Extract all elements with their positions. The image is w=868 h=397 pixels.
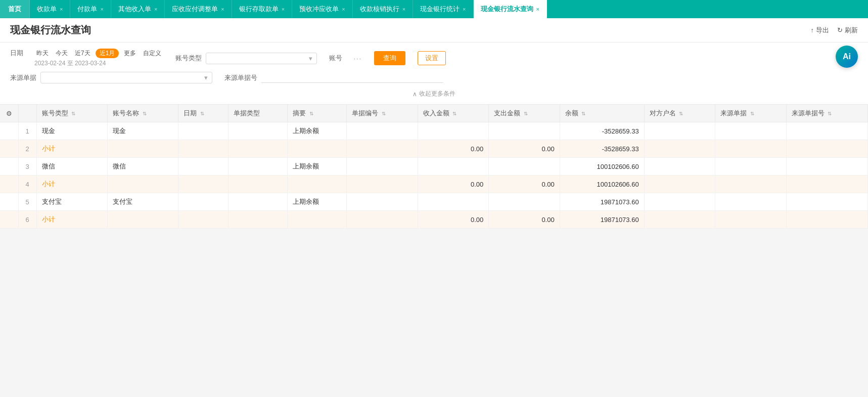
nav-tab-shoukuanxiaoxiao[interactable]: 收款核销执行 ×	[353, 0, 413, 18]
nav-tab-liushui[interactable]: 现金银行流水查询 ×	[474, 0, 547, 18]
export-button[interactable]: ↑ 导出	[811, 26, 830, 35]
account-dots[interactable]: ···	[353, 55, 362, 62]
close-icon[interactable]: ×	[100, 6, 103, 12]
cell-account-type: 小计	[36, 211, 107, 229]
cell-date	[178, 211, 229, 229]
filter-row-2: 来源单据 ▾ 来源单据号	[10, 72, 858, 83]
cell-date	[178, 158, 229, 175]
refresh-button[interactable]: ↻ 刷新	[837, 26, 858, 35]
col-account-name[interactable]: 账号名称 ⇅	[107, 105, 178, 122]
col-income[interactable]: 收入金额 ⇅	[418, 105, 488, 122]
source-doc-select[interactable]: ▾	[40, 72, 212, 83]
settings-button[interactable]: 设置	[418, 51, 446, 65]
cell-balance: 19871073.60	[560, 211, 644, 229]
source-doc-num-label: 来源单据号	[224, 73, 257, 82]
cell-doc-type	[229, 175, 288, 193]
shortcut-yesterday[interactable]: 昨天	[34, 49, 51, 58]
cell-account-name: 支付宝	[107, 193, 178, 211]
col-settings[interactable]: ⚙	[0, 105, 18, 122]
top-navigation: 首页 收款单 × 付款单 × 其他收入单 × 应收应付调整单 × 银行存取款单 …	[0, 0, 868, 18]
cell-counterparty	[644, 193, 715, 211]
cell-doc-no	[347, 211, 418, 229]
close-icon[interactable]: ×	[282, 6, 285, 12]
date-shortcuts-group: 昨天 今天 近7天 近1月 更多 自定义 2023-02-24 至 2023-0…	[34, 49, 163, 68]
cell-account-name	[107, 211, 178, 229]
cell-account-name: 微信	[107, 158, 178, 175]
cell-income: 0.00	[418, 175, 488, 193]
close-icon[interactable]: ×	[221, 6, 224, 12]
col-source-doc-no[interactable]: 来源单据号 ⇅	[786, 105, 867, 122]
source-doc-num-input[interactable]	[261, 73, 443, 83]
cell-summary	[288, 175, 347, 193]
close-icon[interactable]: ×	[536, 6, 539, 12]
nav-home[interactable]: 首页	[0, 0, 30, 18]
table-body: 1现金现金上期余额-3528659.332小计0.000.00-3528659.…	[0, 122, 868, 229]
ai-assistant-button[interactable]: Ai	[836, 46, 858, 68]
cell-summary: 上期余额	[288, 122, 347, 140]
source-doc-filter-group: 来源单据 ▾	[10, 72, 212, 83]
nav-tab-qitasouru[interactable]: 其他收入单 ×	[111, 0, 165, 18]
col-source-doc[interactable]: 来源单据 ⇅	[715, 105, 786, 122]
table-container: ⚙ 账号类型 ⇅ 账号名称 ⇅ 日期 ⇅ 单据类型 摘要 ⇅ 单据编号 ⇅ 收入…	[0, 105, 868, 229]
cell-doc-no	[347, 193, 418, 211]
col-index	[18, 105, 36, 122]
cell-counterparty	[644, 211, 715, 229]
cell-doc-type	[229, 211, 288, 229]
cell-source-doc-no	[786, 193, 867, 211]
col-doc-no[interactable]: 单据编号 ⇅	[347, 105, 418, 122]
nav-tab-shoukuandan[interactable]: 收款单 ×	[30, 0, 70, 18]
cell-balance: -3528659.33	[560, 122, 644, 140]
cell-expense	[489, 158, 560, 175]
cell-doc-type	[229, 193, 288, 211]
col-expense[interactable]: 支出金额 ⇅	[489, 105, 560, 122]
cell-income: 0.00	[418, 140, 488, 158]
shortcut-today[interactable]: 今天	[54, 49, 70, 58]
table-row: 3微信微信上期余额100102606.60	[0, 158, 868, 175]
chevron-down-icon: ▾	[309, 55, 312, 62]
close-icon[interactable]: ×	[60, 6, 63, 12]
account-type-select[interactable]: ▾	[206, 53, 317, 64]
data-table: ⚙ 账号类型 ⇅ 账号名称 ⇅ 日期 ⇅ 单据类型 摘要 ⇅ 单据编号 ⇅ 收入…	[0, 105, 868, 229]
cell-doc-no	[347, 158, 418, 175]
collapse-bar[interactable]: ∧ 收起更多条件	[10, 87, 858, 100]
filter-row-1: 日期 昨天 今天 近7天 近1月 更多 自定义 2023-02-24 至 202…	[10, 49, 858, 68]
close-icon[interactable]: ×	[154, 6, 157, 12]
cell-account-type: 微信	[36, 158, 107, 175]
close-icon[interactable]: ×	[342, 6, 345, 12]
shortcut-more[interactable]: 更多	[122, 49, 138, 58]
col-balance[interactable]: 余额 ⇅	[560, 105, 644, 122]
nav-tab-yushouzhong[interactable]: 预收冲应收单 ×	[292, 0, 352, 18]
cell-balance: -3528659.33	[560, 140, 644, 158]
cell-balance: 100102606.60	[560, 158, 644, 175]
cell-source-doc	[715, 122, 786, 140]
col-doc-type: 单据类型	[229, 105, 288, 122]
cell-actions	[0, 122, 18, 140]
col-summary[interactable]: 摘要 ⇅	[288, 105, 347, 122]
cell-summary: 上期余额	[288, 158, 347, 175]
cell-date	[178, 175, 229, 193]
nav-tab-yingshouyingfu[interactable]: 应收应付调整单 ×	[165, 0, 232, 18]
col-counterparty[interactable]: 对方户名 ⇅	[644, 105, 715, 122]
col-account-type[interactable]: 账号类型 ⇅	[36, 105, 107, 122]
cell-summary	[288, 211, 347, 229]
nav-tab-yinhangcunqu[interactable]: 银行存取款单 ×	[232, 0, 292, 18]
col-date[interactable]: 日期 ⇅	[178, 105, 229, 122]
refresh-icon: ↻	[837, 26, 843, 34]
cell-counterparty	[644, 175, 715, 193]
cell-index: 1	[18, 122, 36, 140]
cell-index: 5	[18, 193, 36, 211]
close-icon[interactable]: ×	[402, 6, 405, 12]
header-actions: ↑ 导出 ↻ 刷新	[811, 26, 858, 35]
close-icon[interactable]: ×	[463, 6, 466, 12]
cell-doc-no	[347, 175, 418, 193]
cell-source-doc-no	[786, 211, 867, 229]
shortcut-1month[interactable]: 近1月	[96, 49, 119, 58]
nav-tab-xianjinyinhang[interactable]: 现金银行统计 ×	[413, 0, 473, 18]
cell-income	[418, 122, 488, 140]
query-button[interactable]: 查询	[374, 51, 405, 65]
nav-tab-fukuandan[interactable]: 付款单 ×	[70, 0, 111, 18]
cell-doc-no	[347, 140, 418, 158]
source-doc-label: 来源单据	[10, 73, 36, 82]
shortcut-custom[interactable]: 自定义	[141, 49, 163, 58]
shortcut-7days[interactable]: 近7天	[73, 49, 93, 58]
